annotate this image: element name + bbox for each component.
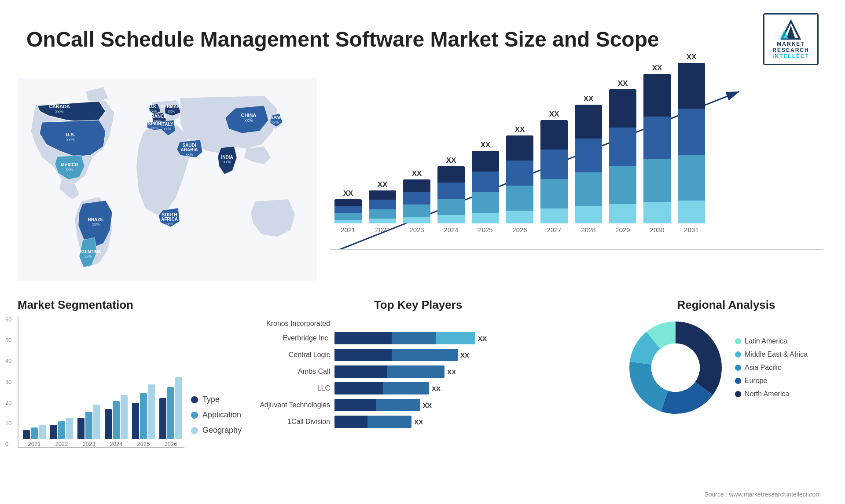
- svg-point-28: [651, 343, 700, 392]
- legend-northamerica: North America: [735, 390, 808, 398]
- player-bar-container: XX: [334, 416, 603, 428]
- source-text: Source : www.marketresearchintellect.com: [704, 491, 821, 498]
- argentina-label: ARGENTINA: [75, 249, 101, 254]
- bar-2030: XX 2030: [643, 64, 671, 234]
- legend-europe: Europe: [735, 377, 808, 385]
- player-row-kronos: Kronos Incorporated: [233, 320, 603, 328]
- regional-content: Latin America Middle East & Africa Asia …: [625, 317, 827, 418]
- apac-dot: [735, 365, 741, 371]
- player-name: Adjuvant Technologies: [233, 401, 330, 409]
- bar-2028: XX 2028: [575, 95, 602, 234]
- legend-apac: Asia Pacific: [735, 364, 808, 372]
- player-name: Everbridge Inc.: [233, 334, 330, 342]
- logo-line3: INTELLECT: [772, 53, 809, 59]
- player-row-llc: LLC XX: [233, 382, 603, 394]
- svg-text:xx%: xx%: [66, 137, 75, 142]
- players-title: Top Key Players: [233, 298, 603, 312]
- player-xx: XX: [478, 335, 487, 342]
- svg-text:xx%: xx%: [168, 109, 175, 113]
- us-label: U.S.: [66, 132, 75, 137]
- donut-chart: [625, 317, 726, 418]
- player-bar-container: XX: [334, 399, 603, 411]
- svg-text:xx%: xx%: [245, 118, 253, 123]
- bar-2027: XX 2027: [540, 110, 568, 234]
- player-bar-container: XX: [334, 332, 603, 344]
- player-row-central: Central Logic XX: [233, 349, 603, 361]
- growth-bars: XX 2021 XX 2022: [330, 74, 823, 250]
- geography-dot: [191, 427, 198, 434]
- svg-text:xx%: xx%: [55, 109, 64, 114]
- italy-label: ITALY: [161, 122, 173, 127]
- player-row-everbridge: Everbridge Inc. XX: [233, 332, 603, 344]
- player-xx: XX: [414, 418, 423, 426]
- player-row-ambs: Ambs Call XX: [233, 365, 603, 378]
- svg-text:ARABIA: ARABIA: [181, 147, 198, 152]
- svg-text:xx%: xx%: [84, 254, 92, 259]
- player-xx: XX: [423, 402, 432, 409]
- logo-icon: [778, 19, 804, 41]
- player-name: LLC: [233, 384, 330, 392]
- japan-label: JAPAN: [268, 115, 282, 120]
- bar-2021: XX 2021: [334, 189, 362, 234]
- player-bar-container: XX: [334, 365, 603, 378]
- legend-latin: Latin America: [735, 337, 808, 345]
- bar-2025: XX 2025: [472, 141, 499, 234]
- uk-label: U.K.: [149, 104, 158, 109]
- canada-label: CANADA: [49, 104, 70, 109]
- bar-2024: XX 2024: [437, 156, 465, 234]
- svg-text:xx%: xx%: [223, 160, 231, 164]
- bar-2023: XX 2023: [403, 169, 430, 234]
- segmentation-section: Market Segmentation 0 10 20 30 40 50 60: [18, 298, 211, 483]
- world-map: CANADA xx% U.S. xx% MEXICO xx% BRAZIL xx…: [18, 78, 317, 281]
- mexico-label: MEXICO: [61, 162, 78, 167]
- player-row-adjuvant: Adjuvant Technologies XX: [233, 399, 603, 411]
- bar-2022: XX 2022: [369, 180, 396, 234]
- player-name: Ambs Call: [233, 368, 330, 376]
- players-section: Top Key Players Kronos Incorporated Ever…: [220, 298, 616, 483]
- player-row-1call: 1Call Division XX: [233, 416, 603, 428]
- northamerica-dot: [735, 391, 741, 397]
- svg-text:xx%: xx%: [151, 126, 158, 130]
- svg-text:xx%: xx%: [185, 152, 193, 157]
- svg-marker-2: [780, 30, 789, 39]
- player-xx: XX: [432, 385, 441, 392]
- svg-text:xx%: xx%: [271, 120, 279, 124]
- segmentation-title: Market Segmentation: [18, 298, 211, 312]
- latin-dot: [735, 338, 741, 344]
- player-name: Central Logic: [233, 351, 330, 359]
- svg-text:xx%: xx%: [66, 167, 73, 172]
- brazil-label: BRAZIL: [88, 217, 104, 222]
- regional-title: Regional Analysis: [625, 298, 827, 312]
- logo-line2: RESEARCH: [772, 47, 809, 53]
- legend-mea: Middle East & Africa: [735, 351, 808, 358]
- germany-label: GERMANY: [160, 104, 183, 109]
- player-name: 1Call Division: [233, 418, 330, 426]
- bar-2026: XX 2026: [506, 125, 533, 234]
- china-label: CHINA: [241, 113, 257, 118]
- page-header: OnCall Schedule Management Software Mark…: [0, 0, 845, 74]
- player-bar-container: XX: [334, 349, 603, 361]
- svg-text:xx%: xx%: [165, 222, 173, 226]
- europe-dot: [735, 378, 741, 384]
- logo: MARKET RESEARCH INTELLECT: [763, 13, 819, 65]
- svg-text:xx%: xx%: [163, 127, 171, 131]
- player-name: Kronos Incorporated: [233, 320, 330, 328]
- player-bar-container: XX: [334, 382, 603, 394]
- player-xx: XX: [447, 368, 456, 376]
- svg-text:xx%: xx%: [149, 109, 157, 113]
- world-map-section: CANADA xx% U.S. xx% MEXICO xx% BRAZIL xx…: [18, 74, 317, 289]
- france-label: FRANCE: [148, 114, 167, 119]
- application-dot: [191, 412, 198, 419]
- svg-text:xx%: xx%: [92, 222, 99, 226]
- regional-section: Regional Analysis: [625, 298, 827, 483]
- player-xx: XX: [460, 351, 469, 359]
- bar-2029: XX 2029: [609, 79, 636, 234]
- bottom-row: Market Segmentation 0 10 20 30 40 50 60: [0, 289, 845, 492]
- india-label: INDIA: [221, 155, 233, 160]
- svg-text:AFRICA: AFRICA: [161, 217, 178, 222]
- bar-2031: XX 2031: [678, 53, 705, 234]
- type-dot: [191, 396, 198, 403]
- regional-legend: Latin America Middle East & Africa Asia …: [735, 337, 808, 398]
- logo-line1: MARKET: [777, 41, 805, 47]
- mea-dot: [735, 351, 741, 358]
